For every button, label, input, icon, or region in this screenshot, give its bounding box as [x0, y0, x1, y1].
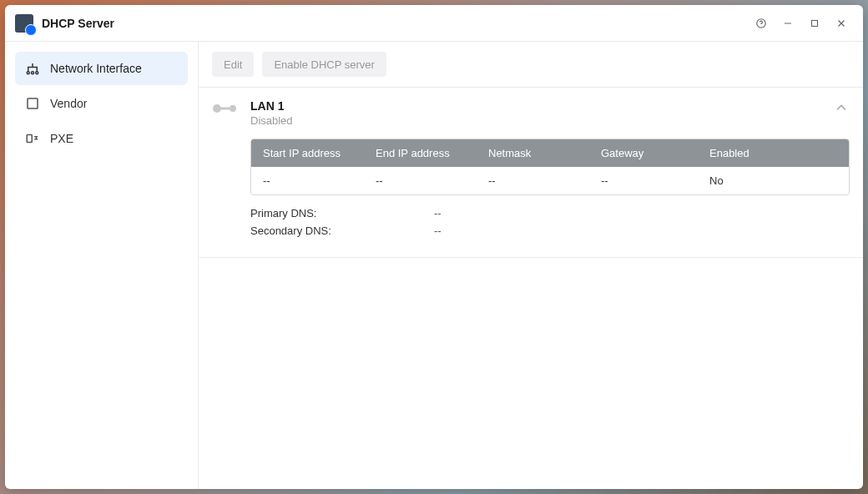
- interface-block: LAN 1 Disabled Start IP address End IP a…: [199, 88, 863, 258]
- content-area: Network Interface Vendor PXE Edit Enable…: [5, 42, 863, 489]
- secondary-dns-value: --: [434, 224, 442, 237]
- main-panel: Edit Enable DHCP server LAN 1 Disabled: [199, 42, 863, 489]
- svg-point-1: [761, 25, 762, 26]
- svg-rect-3: [812, 20, 818, 26]
- sidebar-item-label: PXE: [50, 132, 73, 145]
- sidebar-item-pxe[interactable]: PXE: [15, 122, 188, 155]
- interface-status: Disabled: [250, 114, 833, 127]
- interface-body: Start IP address End IP address Netmask …: [212, 139, 850, 237]
- dns-block: Primary DNS: -- Secondary DNS: --: [250, 207, 850, 237]
- maximize-icon: [809, 18, 820, 29]
- window-title: DHCP Server: [42, 17, 114, 30]
- cell-gateway: --: [589, 167, 698, 194]
- enable-dhcp-button[interactable]: Enable DHCP server: [262, 52, 386, 77]
- secondary-dns-row: Secondary DNS: --: [250, 224, 850, 237]
- primary-dns-row: Primary DNS: --: [250, 207, 850, 219]
- col-start-ip: Start IP address: [251, 139, 364, 167]
- app-icon: [15, 14, 33, 33]
- col-enabled: Enabled: [698, 139, 849, 167]
- chevron-up-icon: [833, 99, 850, 116]
- cell-netmask: --: [477, 167, 589, 194]
- interface-status-icon: [212, 102, 239, 115]
- cell-enabled: No: [698, 167, 849, 194]
- svg-point-8: [36, 72, 38, 74]
- col-netmask: Netmask: [477, 139, 589, 167]
- toolbar: Edit Enable DHCP server: [199, 42, 863, 88]
- primary-dns-label: Primary DNS:: [250, 207, 434, 219]
- close-button[interactable]: [830, 12, 853, 35]
- sidebar: Network Interface Vendor PXE: [5, 42, 199, 489]
- svg-rect-19: [27, 135, 32, 143]
- close-icon: [835, 18, 847, 29]
- pxe-icon: [25, 131, 40, 146]
- svg-point-7: [32, 72, 34, 74]
- sidebar-item-vendor[interactable]: Vendor: [15, 87, 188, 120]
- help-button[interactable]: [749, 12, 773, 35]
- svg-point-6: [27, 72, 29, 74]
- app-window: DHCP Server Network Interface: [5, 5, 863, 489]
- table-header-row: Start IP address End IP address Netmask …: [251, 139, 849, 167]
- titlebar: DHCP Server: [5, 5, 863, 42]
- maximize-button[interactable]: [803, 12, 826, 35]
- sidebar-item-label: Network Interface: [50, 62, 142, 75]
- svg-point-20: [213, 104, 221, 113]
- col-gateway: Gateway: [589, 139, 698, 167]
- minimize-button[interactable]: [776, 12, 800, 35]
- secondary-dns-label: Secondary DNS:: [250, 224, 434, 237]
- help-icon: [755, 18, 767, 29]
- svg-point-22: [230, 105, 236, 112]
- sidebar-item-label: Vendor: [50, 97, 87, 110]
- edit-button[interactable]: Edit: [212, 52, 254, 77]
- col-end-ip: End IP address: [364, 139, 477, 167]
- cell-end-ip: --: [364, 167, 477, 194]
- vendor-icon: [25, 96, 40, 111]
- minimize-icon: [782, 18, 794, 29]
- cell-start-ip: --: [251, 167, 364, 194]
- table-row[interactable]: -- -- -- -- No: [251, 167, 849, 194]
- network-interface-icon: [25, 61, 40, 76]
- interface-name: LAN 1: [250, 99, 833, 113]
- interface-header: LAN 1 Disabled: [212, 99, 850, 127]
- dhcp-range-table: Start IP address End IP address Netmask …: [250, 139, 850, 195]
- primary-dns-value: --: [434, 207, 442, 219]
- collapse-button[interactable]: [833, 99, 850, 116]
- sidebar-item-network-interface[interactable]: Network Interface: [15, 52, 188, 85]
